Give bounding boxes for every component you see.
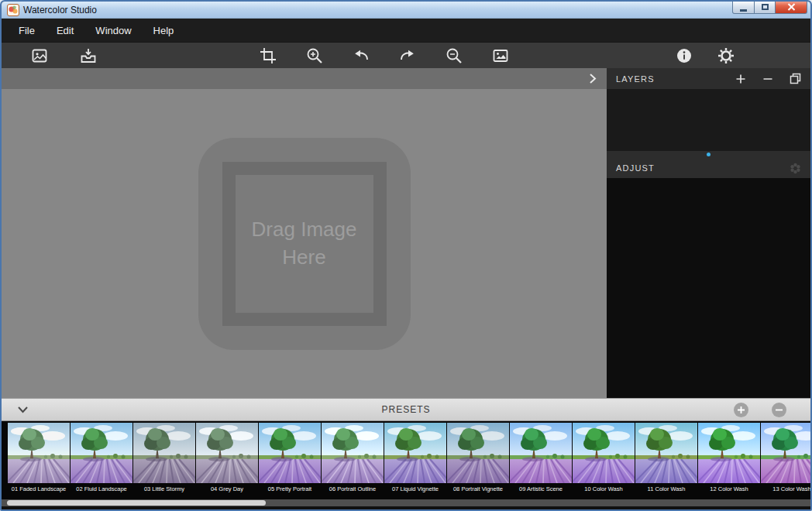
menu-file[interactable]: File <box>8 20 46 41</box>
preset-label: 01 Faded Landscape <box>8 483 70 492</box>
preset-thumbnail <box>259 423 321 483</box>
remove-preset-button[interactable] <box>772 403 786 417</box>
preset-item[interactable]: 13 Color Wash <box>761 423 810 499</box>
layers-panel-header: LAYERS <box>607 68 810 89</box>
preset-thumbnail <box>698 423 760 483</box>
preset-thumbnail <box>8 423 70 483</box>
preset-item[interactable]: 06 Portrait Outline <box>322 423 384 499</box>
add-layer-icon[interactable] <box>735 73 747 85</box>
menu-bar: File Edit Window Help <box>2 19 810 42</box>
drop-frame: Drag Image Here <box>222 162 387 326</box>
preset-label: 05 Pretty Portrait <box>259 483 321 492</box>
presets-scroll-handle[interactable] <box>7 500 266 506</box>
redo-icon[interactable] <box>397 46 418 66</box>
menu-window[interactable]: Window <box>84 20 142 41</box>
adjust-panel-header: ADJUST <box>607 158 810 178</box>
add-preset-button[interactable] <box>734 403 748 417</box>
preset-thumbnail <box>761 423 810 483</box>
undo-icon[interactable] <box>351 46 371 66</box>
adjust-title: ADJUST <box>616 163 655 173</box>
image-drop-zone[interactable]: Drag Image Here <box>198 138 411 350</box>
preset-item[interactable]: 09 Artistic Scene <box>510 423 572 499</box>
canvas[interactable]: Drag Image Here <box>2 89 607 398</box>
presets-bar: PRESETS <box>2 398 810 421</box>
preset-thumbnail <box>133 423 195 483</box>
toolbar-right-group <box>674 46 736 66</box>
adjust-content <box>607 178 810 398</box>
duplicate-layer-icon[interactable] <box>789 73 801 85</box>
preset-label: 02 Fluid Landscape <box>71 483 132 492</box>
preset-thumbnail <box>71 423 132 483</box>
right-panel: LAYERS ADJUST <box>607 68 810 398</box>
toolbar <box>2 42 810 68</box>
preset-item[interactable]: 04 Grey Day <box>196 423 258 499</box>
window-title: Watercolor Studio <box>23 5 97 15</box>
preset-item[interactable]: 03 Little Stormy <box>133 423 195 499</box>
preset-label: 10 Color Wash <box>573 483 635 492</box>
close-icon <box>787 3 796 11</box>
preset-item[interactable]: 08 Portrait Vignette <box>447 423 509 499</box>
preset-item[interactable]: 01 Faded Landscape <box>8 423 70 499</box>
maximize-icon <box>762 4 769 10</box>
preset-item[interactable]: 11 Color Wash <box>635 423 697 499</box>
preset-label: 08 Portrait Vignette <box>447 483 509 492</box>
preset-item[interactable]: 02 Fluid Landscape <box>71 423 132 499</box>
preset-label: 04 Grey Day <box>196 483 258 492</box>
layers-title: LAYERS <box>616 74 655 84</box>
app-window: Watercolor Studio File Edit Window Help <box>0 0 812 511</box>
presets-title: PRESETS <box>381 404 430 415</box>
preset-item[interactable]: 07 Liquid Vignette <box>384 423 446 499</box>
preset-thumbnail <box>573 423 635 483</box>
preset-item[interactable]: 10 Color Wash <box>573 423 635 499</box>
canvas-subheader <box>2 68 607 89</box>
preset-label: 07 Liquid Vignette <box>384 483 446 492</box>
close-button[interactable] <box>775 1 807 14</box>
toolbar-center-group <box>258 46 511 66</box>
layer-actions <box>735 73 801 85</box>
layers-list[interactable] <box>607 89 810 151</box>
maximize-button[interactable] <box>754 1 776 14</box>
drop-hint-text: Drag Image Here <box>240 216 368 270</box>
canvas-column: Drag Image Here <box>2 68 607 398</box>
preset-item[interactable]: 12 Color Wash <box>698 423 760 499</box>
preset-label: 11 Color Wash <box>635 483 697 492</box>
zoom-in-icon[interactable] <box>304 46 325 66</box>
preset-strip: 01 Faded Landscape 02 Fluid Landscape 03… <box>2 421 810 499</box>
preset-thumbnail <box>322 423 384 483</box>
remove-layer-icon[interactable] <box>762 73 774 85</box>
titlebar[interactable]: Watercolor Studio <box>2 2 810 19</box>
presets-collapse-chevron-icon[interactable] <box>15 402 30 417</box>
preset-thumbnail <box>635 423 697 483</box>
open-image-icon[interactable] <box>29 46 50 66</box>
adjust-flower-icon[interactable] <box>789 162 801 174</box>
preset-label: 12 Color Wash <box>698 483 760 492</box>
crop-icon[interactable] <box>258 46 278 66</box>
panel-collapse-chevron-icon[interactable] <box>586 72 600 86</box>
preset-thumbnail <box>384 423 446 483</box>
toolbar-left-group <box>29 46 98 66</box>
preset-item[interactable]: 05 Pretty Portrait <box>259 423 321 499</box>
zoom-out-icon[interactable] <box>444 46 464 66</box>
preset-thumbnail <box>196 423 258 483</box>
preset-label: 13 Color Wash <box>761 483 810 492</box>
resize-handle-dot <box>707 153 710 156</box>
minimize-icon <box>740 9 747 12</box>
menu-help[interactable]: Help <box>143 20 185 41</box>
preset-thumbnail <box>510 423 572 483</box>
view-image-icon[interactable] <box>490 46 511 66</box>
settings-icon[interactable] <box>716 46 736 66</box>
preset-label: 06 Portrait Outline <box>322 483 384 492</box>
preset-label: 03 Little Stormy <box>133 483 195 492</box>
presets-scrollbar[interactable] <box>2 499 810 506</box>
main-area: Drag Image Here LAYERS <box>2 68 810 398</box>
panel-resize-handle[interactable] <box>607 151 810 158</box>
window-controls <box>733 1 807 14</box>
menu-edit[interactable]: Edit <box>46 20 84 41</box>
minimize-button[interactable] <box>732 1 755 14</box>
preset-thumbnail <box>447 423 509 483</box>
plus-icon <box>737 406 745 414</box>
info-icon[interactable] <box>674 46 694 66</box>
minus-icon <box>775 406 783 414</box>
preset-label: 09 Artistic Scene <box>510 483 572 492</box>
import-image-icon[interactable] <box>78 46 98 66</box>
